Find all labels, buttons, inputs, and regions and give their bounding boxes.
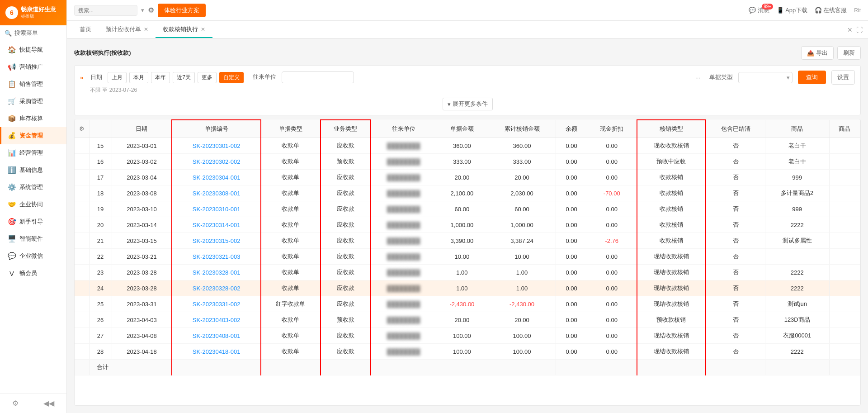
doc-no-link[interactable]: SK-20230321-003	[193, 253, 241, 260]
app-download-link[interactable]: 📱 App下载	[777, 6, 807, 14]
th-writeoff-type: 核销类型	[637, 120, 706, 138]
tab-receivable[interactable]: 收款核销执行 ✕	[156, 22, 212, 38]
settings-small-button[interactable]: 设置	[831, 70, 855, 85]
industry-solution-button[interactable]: 体验行业方案	[158, 4, 206, 17]
last-7-days-btn[interactable]: 近7天	[173, 72, 195, 83]
sidebar-item-sales[interactable]: 📋 销售管理	[0, 76, 66, 93]
topbar-settings-icon[interactable]: ⚙	[148, 6, 154, 14]
topbar-right: 💬 消息 99+ 📱 App下载 🎧 在线客服 Rit	[749, 6, 861, 14]
query-button[interactable]: 查询	[798, 71, 826, 84]
doc-no-link[interactable]: SK-20230328-001	[193, 269, 241, 276]
totals-label: 合计	[89, 360, 172, 375]
topbar-dropdown-icon[interactable]: ▾	[141, 7, 144, 14]
th-product: 商品	[765, 120, 829, 138]
expand-conditions-button[interactable]: ▾ 展开更多条件	[443, 98, 493, 110]
export-button[interactable]: 📤 导出	[801, 46, 834, 60]
sidebar-search[interactable]: 🔍 搜索菜单	[0, 25, 66, 41]
column-settings-th[interactable]: ⚙	[75, 120, 89, 138]
expand-tab-icon[interactable]: ⛶	[856, 26, 863, 33]
doc-no-link[interactable]: SK-20230314-001	[193, 222, 241, 228]
sidebar-item-system[interactable]: ⚙️ 系统管理	[0, 179, 66, 196]
sidebar-item-basic[interactable]: ℹ️ 基础信息	[0, 161, 66, 179]
topbar-search-input[interactable]	[74, 5, 137, 16]
table-row: 23 2023-03-28 SK-20230328-001 收款单 应收款 ██…	[75, 265, 860, 280]
sidebar-menu: 🏠 快捷导航 📢 营销推广 📋 销售管理 🛒 采购管理 📦 库存核算 💰 资金管…	[0, 41, 66, 393]
sidebar-item-quicknav[interactable]: 🏠 快捷导航	[0, 41, 66, 58]
tab-receivable-close[interactable]: ✕	[201, 26, 205, 33]
table-row: 25 2023-03-31 SK-20230331-002 红字收款单 应收款 …	[75, 296, 860, 312]
filter-toggle-button[interactable]: »	[80, 74, 83, 81]
export-icon: 📤	[807, 50, 814, 57]
filter-bar: » 日期 上月 本月 本年 近7天 更多 自定义 往来单位 ··· 单据类型	[74, 65, 861, 115]
hardware-icon: 🖥️	[8, 235, 16, 243]
page-title: 收款核销执行(按收款)	[74, 49, 131, 57]
close-all-tab-icon[interactable]: ✕	[847, 26, 853, 33]
date-range-label: 不限 至 2023-07-26	[90, 86, 855, 94]
doc-no-link[interactable]: SK-20230302-002	[193, 158, 241, 165]
th-doc-no: 单据编号	[172, 120, 260, 138]
th-total-writeoff: 累计核销金额	[488, 120, 556, 138]
doc-no-link[interactable]: SK-20230408-001	[193, 332, 241, 339]
sidebar-item-finance[interactable]: 💰 资金管理	[0, 127, 66, 144]
headset-icon: 🎧	[815, 7, 822, 14]
table-wrapper: ⚙ 日期 单据编号 单据类型 业务类型 往来单位 单据金额 累计核销金额 余额 …	[74, 119, 861, 406]
date-label: 日期	[90, 73, 102, 81]
this-year-btn[interactable]: 本年	[151, 72, 170, 83]
marketing-icon: 📢	[8, 63, 16, 71]
doc-no-link[interactable]: SK-20230315-002	[193, 237, 241, 244]
table-row: 27 2023-04-08 SK-20230408-001 收款单 应收款 ██…	[75, 328, 860, 344]
doc-type-select[interactable]	[738, 72, 793, 83]
user-name: Rit	[854, 7, 861, 14]
totals-row: 合计	[75, 360, 860, 375]
tab-payable[interactable]: 预计应收付单 ✕	[99, 22, 156, 38]
doc-no-link[interactable]: SK-20230308-001	[193, 190, 241, 197]
doc-no-link[interactable]: SK-20230304-001	[193, 174, 241, 181]
last-month-btn[interactable]: 上月	[108, 72, 127, 83]
sidebar-item-operation[interactable]: 📊 经营管理	[0, 144, 66, 161]
doc-no-link[interactable]: SK-20230331-002	[193, 301, 241, 308]
wechat-icon: 💬	[8, 252, 16, 260]
partner-input[interactable]	[282, 71, 354, 83]
sidebar-item-guide[interactable]: 🎯 新手引导	[0, 213, 66, 230]
sidebar-bottom: ⚙ ◀◀	[0, 393, 66, 413]
message-button[interactable]: 💬 消息 99+	[749, 6, 769, 14]
data-table: ⚙ 日期 单据编号 单据类型 业务类型 往来单位 单据金额 累计核销金额 余额 …	[75, 119, 860, 375]
sidebar-item-hardware[interactable]: 🖥️ 智能硬件	[0, 230, 66, 247]
th-no	[89, 120, 112, 138]
collapse-icon[interactable]: ◀◀	[40, 397, 58, 409]
tabs: 首页 预计应收付单 ✕ 收款核销执行 ✕ ✕ ⛶	[67, 21, 868, 39]
tab-home[interactable]: 首页	[72, 22, 99, 38]
table-row: 16 2023-03-02 SK-20230302-002 收款单 预收款 ██…	[75, 154, 860, 170]
online-support-link[interactable]: 🎧 在线客服	[815, 6, 847, 14]
chevron-down-icon: ▾	[448, 101, 451, 108]
th-cash-discount: 现金折扣	[587, 120, 637, 138]
th-product2: 商品	[829, 120, 860, 138]
th-date: 日期	[112, 120, 172, 138]
sidebar-item-wechat[interactable]: 💬 企业微信	[0, 247, 66, 265]
sidebar-item-purchase[interactable]: 🛒 采购管理	[0, 93, 66, 110]
message-icon: 💬	[749, 7, 756, 14]
content: 收款核销执行(按收款) 📤 导出 刷新 » 日期 上月 本月 本年	[67, 39, 868, 413]
more-date-btn[interactable]: 更多	[198, 72, 217, 83]
tab-payable-close[interactable]: ✕	[144, 26, 148, 33]
th-balance: 余额	[556, 120, 587, 138]
sidebar-item-vip[interactable]: V 畅会员	[0, 265, 66, 282]
sidebar-item-marketing[interactable]: 📢 营销推广	[0, 58, 66, 76]
settings-bottom-icon[interactable]: ⚙	[9, 397, 22, 409]
refresh-button[interactable]: 刷新	[837, 46, 861, 60]
sidebar-item-corp[interactable]: 🤝 企业协同	[0, 196, 66, 213]
custom-date-btn[interactable]: 自定义	[219, 72, 244, 83]
doc-no-link[interactable]: SK-20230301-002	[193, 142, 241, 149]
logo-text: 畅康道好生意 标推版	[21, 6, 56, 20]
doc-no-link[interactable]: SK-20230418-001	[193, 348, 241, 355]
sidebar-item-stock[interactable]: 📦 库存核算	[0, 110, 66, 127]
th-include-cleared: 包含已结清	[706, 120, 765, 138]
logo-icon: 6	[5, 6, 18, 19]
table-row: 15 2023-03-01 SK-20230301-002 收款单 应收款 ██…	[75, 138, 860, 154]
doc-no-link[interactable]: SK-20230403-002	[193, 317, 241, 323]
table-row: 22 2023-03-21 SK-20230321-003 收款单 应收款 ██…	[75, 249, 860, 265]
date-buttons: 上月 本月 本年 近7天 更多 自定义	[108, 72, 244, 83]
doc-no-link[interactable]: SK-20230310-001	[193, 206, 241, 213]
doc-no-link[interactable]: SK-20230328-002	[193, 285, 241, 292]
this-month-btn[interactable]: 本月	[129, 72, 148, 83]
